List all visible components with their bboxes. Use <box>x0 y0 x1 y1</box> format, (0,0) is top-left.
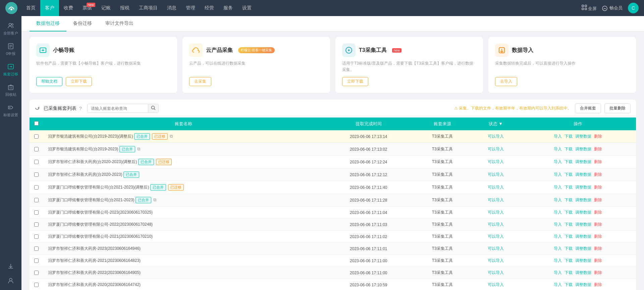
nav-item-accounting[interactable]: 记账 <box>97 0 115 16</box>
action-导入[interactable]: 导入 <box>554 147 562 151</box>
action-删除[interactable]: 删除 <box>594 222 602 227</box>
action-下载[interactable]: 下载 <box>565 270 573 275</box>
action-下载[interactable]: 下载 <box>565 222 573 227</box>
search-button[interactable] <box>148 104 158 113</box>
refresh-icon[interactable] <box>35 105 40 111</box>
help-icon[interactable]: ? <box>79 106 82 111</box>
action-导入[interactable]: 导入 <box>554 172 562 177</box>
row-checkbox[interactable] <box>34 147 39 151</box>
action-调整数据[interactable]: 调整数据 <box>575 134 591 139</box>
nav-item-operation[interactable]: 经营 <box>200 0 219 16</box>
action-调整数据[interactable]: 调整数据 <box>575 172 591 177</box>
sidebar-item-recycle[interactable]: 回收站 <box>0 80 21 100</box>
action-导入[interactable]: 导入 <box>554 159 562 164</box>
action-下载[interactable]: 下载 <box>565 282 573 287</box>
sidebar-item-all-customers[interactable]: 全部客户 <box>0 19 21 39</box>
copy-icon[interactable]: ⧉ <box>170 134 173 139</box>
action-删除[interactable]: 删除 <box>594 210 602 215</box>
sidebar-item-label-settings[interactable]: 标签设置 <box>0 100 21 121</box>
action-下载[interactable]: 下载 <box>565 210 573 215</box>
action-删除[interactable]: 删除 <box>594 198 602 202</box>
action-调整数据[interactable]: 调整数据 <box>575 270 591 275</box>
action-下载[interactable]: 下载 <box>565 147 573 151</box>
action-删除[interactable]: 删除 <box>594 134 602 139</box>
action-删除[interactable]: 删除 <box>594 159 602 164</box>
action-调整数据[interactable]: 调整数据 <box>575 147 591 151</box>
tab-audit-export[interactable]: 审计文件导出 <box>99 16 140 31</box>
nav-item-settings[interactable]: 设置 <box>237 0 256 16</box>
action-删除[interactable]: 删除 <box>594 147 602 151</box>
sidebar-item-import[interactable] <box>7 259 14 273</box>
nav-item-tax[interactable]: 报税 <box>115 0 134 16</box>
action-导入[interactable]: 导入 <box>554 198 562 202</box>
row-checkbox[interactable] <box>34 259 39 263</box>
action-删除[interactable]: 删除 <box>594 185 602 190</box>
action-调整数据[interactable]: 调整数据 <box>575 246 591 251</box>
row-checkbox[interactable] <box>34 246 39 251</box>
action-调整数据[interactable]: 调整数据 <box>575 159 591 164</box>
action-调整数据[interactable]: 调整数据 <box>575 198 591 202</box>
fullscreen-button[interactable]: 全屏 <box>582 5 597 12</box>
nav-item-business[interactable]: 工商项目 <box>134 0 162 16</box>
app-logo[interactable] <box>5 2 17 14</box>
batch-delete-button[interactable]: 批量删除 <box>604 103 631 113</box>
row-checkbox[interactable] <box>34 134 39 139</box>
row-checkbox[interactable] <box>34 172 39 177</box>
action-删除[interactable]: 删除 <box>594 282 602 287</box>
select-all-checkbox[interactable] <box>34 121 39 126</box>
action-删除[interactable]: 删除 <box>594 172 602 177</box>
action-下载[interactable]: 下载 <box>565 258 573 263</box>
row-checkbox[interactable] <box>34 210 39 215</box>
nav-item-customer[interactable]: 客户 <box>40 0 59 16</box>
copy-icon[interactable]: ⧉ <box>153 197 156 202</box>
action-下载[interactable]: 下载 <box>565 198 573 202</box>
row-checkbox[interactable] <box>34 283 39 287</box>
go-collect-button[interactable]: 去采集 <box>189 77 211 86</box>
sidebar-item-zero-report[interactable]: 0申报 <box>0 39 21 60</box>
nav-item-manage[interactable]: 管理 <box>181 0 200 16</box>
copy-icon[interactable]: ⧉ <box>137 146 140 151</box>
row-checkbox[interactable] <box>34 185 39 190</box>
action-调整数据[interactable]: 调整数据 <box>575 185 591 190</box>
action-导入[interactable]: 导入 <box>554 134 562 139</box>
tab-data-migration[interactable]: 数据包迁移 <box>30 16 66 31</box>
tab-backup-migration[interactable]: 备份迁移 <box>66 16 99 31</box>
action-删除[interactable]: 删除 <box>594 246 602 251</box>
user-avatar[interactable]: C <box>628 3 639 13</box>
action-导入[interactable]: 导入 <box>554 222 562 227</box>
nav-item-billing[interactable]: 收费 <box>59 0 78 16</box>
action-下载[interactable]: 下载 <box>565 185 573 190</box>
merge-account-button[interactable]: 合并账套 <box>575 103 601 113</box>
sidebar-item-account-migration[interactable]: 账套迁移 <box>0 60 21 80</box>
action-下载[interactable]: 下载 <box>565 234 573 239</box>
action-下载[interactable]: 下载 <box>565 159 573 164</box>
nav-item-message[interactable]: 消息 <box>162 0 181 16</box>
action-调整数据[interactable]: 调整数据 <box>575 222 591 227</box>
nav-item-home[interactable]: 首页 <box>21 0 40 16</box>
action-下载[interactable]: 下载 <box>565 246 573 251</box>
action-导入[interactable]: 导入 <box>554 258 562 263</box>
action-导入[interactable]: 导入 <box>554 210 562 215</box>
action-删除[interactable]: 删除 <box>594 234 602 239</box>
action-导入[interactable]: 导入 <box>554 246 562 251</box>
go-import-button[interactable]: 去导入 <box>495 77 517 86</box>
help-doc-button[interactable]: 帮助文档 <box>36 77 62 86</box>
action-删除[interactable]: 删除 <box>594 258 602 263</box>
t3-download-button[interactable]: 立即下载 <box>342 77 368 86</box>
action-导入[interactable]: 导入 <box>554 270 562 275</box>
action-删除[interactable]: 删除 <box>594 270 602 275</box>
row-checkbox[interactable] <box>34 198 39 202</box>
action-调整数据[interactable]: 调整数据 <box>575 234 591 239</box>
download-now-button[interactable]: 立即下载 <box>66 77 92 86</box>
search-input[interactable] <box>88 105 148 112</box>
action-导入[interactable]: 导入 <box>554 282 562 287</box>
action-下载[interactable]: 下载 <box>565 134 573 139</box>
action-导入[interactable]: 导入 <box>554 185 562 190</box>
sidebar-item-user[interactable] <box>7 273 14 287</box>
action-下载[interactable]: 下载 <box>565 172 573 177</box>
row-checkbox[interactable] <box>34 271 39 275</box>
action-导入[interactable]: 导入 <box>554 234 562 239</box>
member-button[interactable]: 畅会员 <box>602 5 623 11</box>
action-调整数据[interactable]: 调整数据 <box>575 210 591 215</box>
action-调整数据[interactable]: 调整数据 <box>575 282 591 287</box>
